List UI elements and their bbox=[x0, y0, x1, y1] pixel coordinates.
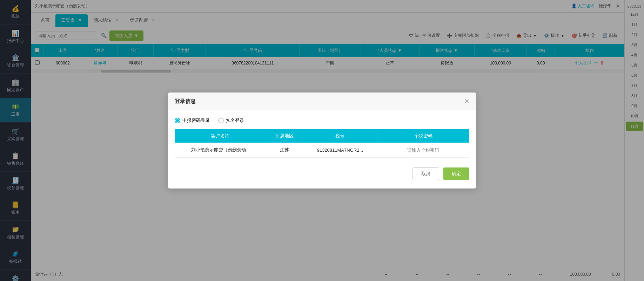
col-region: 所属地区 bbox=[266, 129, 303, 143]
radio-realname-circle bbox=[218, 118, 224, 123]
dialog-footer: 取消 确定 bbox=[175, 165, 469, 181]
radio-realname-login[interactable]: 实名登录 bbox=[218, 117, 244, 124]
tax-password-input[interactable] bbox=[382, 148, 465, 153]
login-info-table: 客户名称 所属地区 税号 个税密码 刘小艳演示账套（勿删勿动... 江苏 913… bbox=[175, 129, 469, 158]
confirm-button[interactable]: 确定 bbox=[443, 167, 469, 180]
login-type-radio-group: 申报密码登录 实名登录 bbox=[175, 117, 469, 124]
dialog-header: 登录信息 ✕ bbox=[168, 92, 476, 110]
login-info-row: 刘小艳演示账套（勿删勿动... 江苏 91320811MA7NGR2... bbox=[175, 143, 469, 158]
client-name-cell: 刘小艳演示账套（勿删勿动... bbox=[175, 143, 266, 158]
col-tax-id: 税号 bbox=[303, 129, 377, 143]
dialog-overlay: 登录信息 ✕ 申报密码登录 实名登录 客户名称 bbox=[0, 0, 644, 281]
radio-password-circle bbox=[175, 118, 180, 123]
col-tax-password: 个税密码 bbox=[377, 129, 469, 143]
dialog-title: 登录信息 bbox=[175, 98, 196, 105]
cancel-button[interactable]: 取消 bbox=[412, 167, 439, 180]
region-cell: 江苏 bbox=[266, 143, 303, 158]
col-client-name: 客户名称 bbox=[175, 129, 266, 143]
dialog-close-button[interactable]: ✕ bbox=[464, 97, 469, 105]
tax-password-cell[interactable] bbox=[377, 143, 469, 158]
dialog-body: 申报密码登录 实名登录 客户名称 所属地区 税号 个税密码 bbox=[168, 110, 476, 189]
tax-id-cell: 91320811MA7NGR2... bbox=[303, 143, 377, 158]
radio-password-login[interactable]: 申报密码登录 bbox=[175, 117, 210, 124]
login-dialog: 登录信息 ✕ 申报密码登录 实名登录 客户名称 bbox=[168, 92, 476, 189]
